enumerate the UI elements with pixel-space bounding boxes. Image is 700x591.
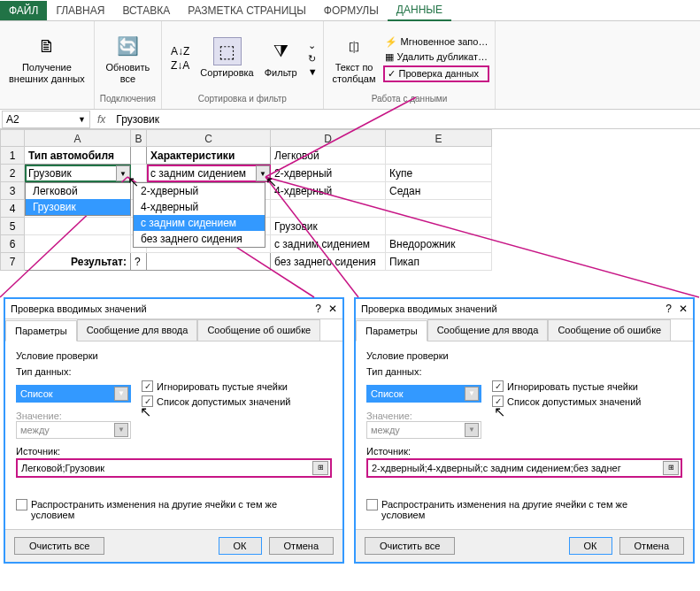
cell-d2[interactable]: 2-хдверный xyxy=(271,165,386,182)
cell-e3[interactable]: Седан xyxy=(386,182,492,200)
cell-a2[interactable]: Грузовик xyxy=(25,165,131,182)
cell-c2[interactable]: с задним сидением xyxy=(147,165,271,182)
close-icon[interactable]: ✕ xyxy=(328,303,337,315)
formula-input[interactable]: Грузовик xyxy=(111,113,700,126)
tab-layout[interactable]: РАЗМЕТКА СТРАНИЦЫ xyxy=(179,1,315,20)
remove-duplicates-button[interactable]: ▦Удалить дубликат… xyxy=(383,50,490,64)
tab-data[interactable]: ДАННЫЕ xyxy=(388,0,451,21)
tab-insert[interactable]: ВСТАВКА xyxy=(113,1,179,20)
in-cell-dropdown-checkbox[interactable]: ✓Список допустимых значений xyxy=(492,395,641,407)
cell-d6[interactable]: с задним сидением xyxy=(271,235,386,253)
row-header-7[interactable]: 7 xyxy=(0,253,25,271)
ok-button[interactable]: ОК xyxy=(569,537,612,555)
cell-d4[interactable] xyxy=(271,200,386,218)
cancel-button[interactable]: Отмена xyxy=(269,537,334,555)
dropdown-button-a2[interactable]: ▼ xyxy=(116,165,130,181)
ignore-blank-checkbox[interactable]: ✓Игнорировать пустые ячейки xyxy=(142,380,290,392)
tab-input-message[interactable]: Сообщение для ввода xyxy=(77,319,198,341)
list-item[interactable]: с задним сидением xyxy=(134,215,265,231)
tab-parameters[interactable]: Параметры xyxy=(356,320,427,342)
range-picker-icon[interactable]: ⊞ xyxy=(663,461,679,475)
type-combo[interactable]: Список▼ xyxy=(366,385,481,403)
cell-b1[interactable] xyxy=(131,147,147,165)
flash-fill-button[interactable]: ⚡Мгновенное запо… xyxy=(383,35,490,49)
cell-c1[interactable]: Характеристики xyxy=(147,147,271,165)
text-to-columns-button[interactable]: ⎅ Текст по столбцам xyxy=(329,30,380,87)
reapply-icon[interactable]: ↻ xyxy=(308,53,318,65)
row-header-4[interactable]: 4 xyxy=(0,200,25,218)
row-header-6[interactable]: 6 xyxy=(0,235,25,253)
sort-asc-icon[interactable]: A↓Z xyxy=(171,45,189,58)
col-header-b[interactable]: B xyxy=(131,129,147,147)
refresh-all-button[interactable]: 🔄 Обновить все xyxy=(102,30,153,87)
list-item[interactable]: Легковой xyxy=(26,183,130,199)
fx-icon[interactable]: fx xyxy=(92,113,111,126)
tab-error-alert[interactable]: Сообщение об ошибке xyxy=(548,319,671,341)
cell-a6[interactable] xyxy=(25,235,131,253)
cell-e6[interactable]: Внедорожник xyxy=(386,235,492,253)
cell-a7[interactable]: Результат: xyxy=(25,253,131,271)
cell-b7[interactable]: ? xyxy=(131,253,147,271)
ignore-blank-checkbox[interactable]: ✓Игнорировать пустые ячейки xyxy=(492,380,641,392)
apply-changes-checkbox[interactable]: Распространить изменения на другие ячейк… xyxy=(366,499,682,520)
type-combo[interactable]: Список▼ xyxy=(16,385,131,403)
list-item[interactable]: 4-хдверный xyxy=(134,199,265,215)
source-input[interactable]: 2-хдверный;4-хдверный;с задним сидением;… xyxy=(366,458,682,478)
source-input[interactable]: Легковой;Грузовик⊞ xyxy=(16,458,332,478)
range-picker-icon[interactable]: ⊞ xyxy=(312,461,328,475)
clear-all-button[interactable]: Очистить все xyxy=(14,537,104,555)
sort-desc-icon[interactable]: Z↓A xyxy=(171,59,189,72)
list-item[interactable]: Грузовик xyxy=(26,199,130,215)
name-box[interactable]: A2▼ xyxy=(2,111,90,128)
cell-b2[interactable] xyxy=(131,165,147,182)
close-icon[interactable]: ✕ xyxy=(679,303,688,315)
value-label: Значение: xyxy=(16,411,332,421)
in-cell-dropdown-checkbox[interactable]: ✓Список допустимых значений xyxy=(142,395,290,407)
tab-parameters[interactable]: Параметры xyxy=(5,320,77,342)
cell-a1[interactable]: Тип автомобиля xyxy=(25,147,131,165)
clear-all-button[interactable]: Очистить все xyxy=(365,537,455,555)
sort-button[interactable]: ⬚ Сортировка xyxy=(196,35,257,81)
tab-formulas[interactable]: ФОРМУЛЫ xyxy=(315,1,388,20)
filter-button[interactable]: ⧩ Фильтр xyxy=(261,35,301,81)
cell-e1[interactable] xyxy=(386,147,492,165)
cell-e4[interactable] xyxy=(386,200,492,218)
tab-home[interactable]: ГЛАВНАЯ xyxy=(47,1,113,20)
cell-e2[interactable]: Купе xyxy=(386,165,492,182)
cell-e7[interactable]: Пикап xyxy=(386,253,492,271)
tab-input-message[interactable]: Сообщение для ввода xyxy=(427,319,549,341)
col-header-d[interactable]: D xyxy=(271,129,386,147)
dropdown-button-c2[interactable]: ▼ xyxy=(256,165,270,181)
cell-d5[interactable]: Грузовик xyxy=(271,218,386,235)
clear-filter-icon[interactable]: ⌄ xyxy=(308,40,318,51)
dropdown-list-c2[interactable]: 2-хдверный 4-хдверный с задним сидением … xyxy=(133,182,265,248)
row-header-2[interactable]: 2 xyxy=(0,165,25,182)
tab-error-alert[interactable]: Сообщение об ошибке xyxy=(197,319,320,341)
cell-d7[interactable]: без заднего сидения xyxy=(271,253,386,271)
list-item[interactable]: 2-хдверный xyxy=(134,183,265,199)
row-header-3[interactable]: 3 xyxy=(0,182,25,200)
cancel-button[interactable]: Отмена xyxy=(619,537,684,555)
get-external-data-button[interactable]: 🗎 Получение внешних данных xyxy=(5,30,88,87)
cell-a5[interactable] xyxy=(25,218,131,235)
cell-c7[interactable] xyxy=(147,253,271,271)
list-item[interactable]: без заднего сидения xyxy=(134,231,265,247)
cell-d3[interactable]: 4-хдверный xyxy=(271,182,386,200)
cell-d1[interactable]: Легковой xyxy=(271,147,386,165)
select-all-corner[interactable] xyxy=(0,129,25,147)
row-header-1[interactable]: 1 xyxy=(0,147,25,165)
group-connections: 🔄 Обновить все Подключения xyxy=(95,21,162,109)
help-icon[interactable]: ? xyxy=(665,303,672,315)
col-header-c[interactable]: C xyxy=(147,129,271,147)
cell-e5[interactable] xyxy=(386,218,492,235)
ok-button[interactable]: ОК xyxy=(219,537,262,555)
help-icon[interactable]: ? xyxy=(315,303,321,315)
dropdown-list-a2[interactable]: Легковой Грузовик xyxy=(25,182,131,216)
data-validation-button[interactable]: ✓Проверка данных xyxy=(383,65,490,82)
row-header-5[interactable]: 5 xyxy=(0,218,25,235)
advanced-icon[interactable]: ▼ xyxy=(308,66,318,77)
apply-changes-checkbox[interactable]: Распространить изменения на другие ячейк… xyxy=(16,499,332,520)
col-header-e[interactable]: E xyxy=(386,129,492,147)
col-header-a[interactable]: A xyxy=(25,129,131,147)
tab-file[interactable]: ФАЙЛ xyxy=(0,1,47,20)
